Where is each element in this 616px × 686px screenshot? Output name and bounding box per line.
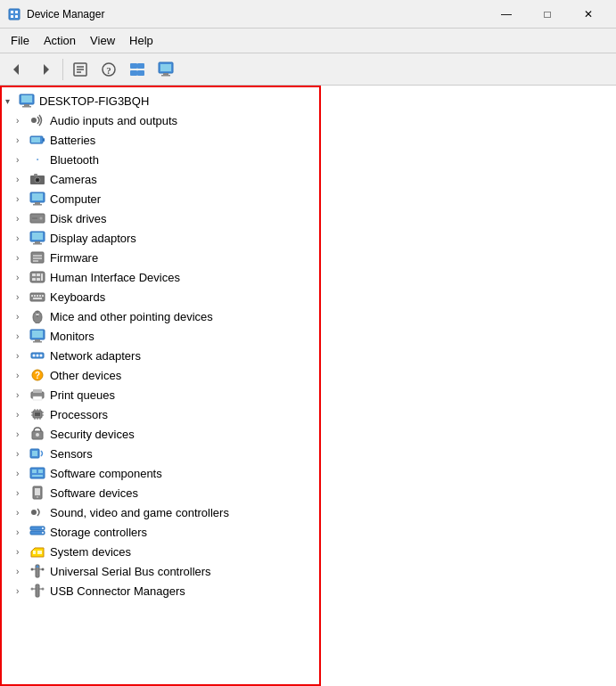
device-tree[interactable]: ▾ DESKTOP-FIG3BQH › Audio inputs and out… xyxy=(0,86,321,686)
svg-point-91 xyxy=(36,433,39,437)
device-icon xyxy=(29,583,46,599)
tree-item-batteries[interactable]: › Batteries xyxy=(2,130,319,150)
tree-item-software-components[interactable]: › Software components xyxy=(2,463,319,483)
device-label: Storage controllers xyxy=(50,526,147,539)
main-content: ▾ DESKTOP-FIG3BQH › Audio inputs and out… xyxy=(0,86,616,686)
menu-file[interactable]: File xyxy=(4,30,37,51)
tree-item-disk-drives[interactable]: › Disk drives xyxy=(2,208,319,228)
device-label: Disk drives xyxy=(50,212,107,225)
tree-item-monitors[interactable]: › Monitors xyxy=(2,326,319,346)
tree-item-display-adaptors[interactable]: › Display adaptors xyxy=(2,228,319,248)
device-label: Print queues xyxy=(50,388,115,402)
svg-rect-1 xyxy=(11,11,13,13)
expand-arrow[interactable]: › xyxy=(16,253,29,263)
monitor-button[interactable] xyxy=(152,57,179,82)
expand-arrow[interactable]: › xyxy=(16,116,29,126)
expand-arrow[interactable]: › xyxy=(16,547,29,557)
tree-item-keyboards[interactable]: › Keyboards xyxy=(2,287,319,306)
back-button[interactable] xyxy=(4,57,30,82)
expand-arrow[interactable]: › xyxy=(16,429,29,439)
tree-item-sensors[interactable]: › Sensors xyxy=(2,444,319,463)
svg-rect-68 xyxy=(33,341,42,343)
update-driver-button[interactable] xyxy=(124,57,151,82)
device-icon xyxy=(29,485,46,501)
tree-item-security-devices[interactable]: › Security devices xyxy=(2,424,319,444)
tree-item-bluetooth[interactable]: › ⬞ Bluetooth xyxy=(2,150,319,169)
expand-arrow[interactable]: › xyxy=(16,155,29,165)
expand-arrow[interactable]: › xyxy=(16,292,29,302)
maximize-button[interactable]: □ xyxy=(527,0,568,29)
tree-item-audio-inputs-and-outputs[interactable]: › Audio inputs and outputs xyxy=(2,110,319,130)
device-label: Audio inputs and outputs xyxy=(50,114,177,127)
svg-rect-54 xyxy=(41,274,43,281)
expand-arrow[interactable]: › xyxy=(16,371,29,380)
tree-item-print-queues[interactable]: › Print queues xyxy=(2,385,319,404)
help-button[interactable]: ? xyxy=(95,57,122,82)
svg-rect-52 xyxy=(32,278,36,281)
svg-rect-55 xyxy=(30,293,45,301)
tree-item-other-devices[interactable]: › ? Other devices xyxy=(2,365,319,385)
tree-item-computer[interactable]: › Computer xyxy=(2,189,319,208)
expand-arrow[interactable]: › xyxy=(16,410,29,420)
svg-rect-50 xyxy=(32,274,36,276)
close-button[interactable]: ✕ xyxy=(568,0,609,29)
expand-arrow[interactable]: › xyxy=(16,390,29,400)
expand-arrow[interactable]: › xyxy=(16,488,29,498)
tree-item-system-devices[interactable]: › System devices xyxy=(2,542,319,561)
expand-arrow[interactable]: › xyxy=(16,312,29,322)
expand-arrow[interactable]: › xyxy=(16,469,29,478)
tree-item-universal-serial-bus-controllers[interactable]: › Universal Serial Bus controllers xyxy=(2,561,319,581)
tree-item-storage-controllers[interactable]: › Storage controllers xyxy=(2,522,319,542)
tree-item-human-interface-devices[interactable]: › Human Interface Devices xyxy=(2,267,319,287)
device-label: Software components xyxy=(50,467,162,480)
tree-item-software-devices[interactable]: › Software devices xyxy=(2,483,319,502)
tree-item-usb-connector-managers[interactable]: › USB Connector Managers xyxy=(2,581,319,600)
svg-point-64 xyxy=(36,314,39,315)
expand-arrow[interactable]: › xyxy=(16,527,29,537)
tree-item-sound,-video-and-game-controllers[interactable]: › Sound, video and game controllers xyxy=(2,502,319,522)
menu-view[interactable]: View xyxy=(83,30,122,51)
toolbar-separator-1 xyxy=(62,59,63,80)
expand-arrow[interactable]: › xyxy=(16,273,29,282)
app-icon xyxy=(7,7,21,21)
expand-arrow[interactable]: › xyxy=(16,175,29,184)
device-icon xyxy=(29,543,46,559)
device-icon xyxy=(29,249,46,265)
menu-help[interactable]: Help xyxy=(122,30,160,51)
svg-rect-42 xyxy=(32,233,43,240)
expand-arrow[interactable]: › xyxy=(16,449,29,459)
tree-root-node[interactable]: ▾ DESKTOP-FIG3BQH xyxy=(2,91,319,110)
expand-arrow[interactable]: › xyxy=(16,194,29,204)
svg-rect-67 xyxy=(35,339,40,341)
expand-arrow[interactable]: › xyxy=(16,331,29,341)
tree-item-processors[interactable]: › Processors xyxy=(2,404,319,424)
expand-arrow[interactable]: › xyxy=(16,586,29,596)
svg-rect-79 xyxy=(35,412,40,416)
expand-arrow[interactable]: › xyxy=(16,135,29,145)
svg-text:⬞: ⬞ xyxy=(34,153,41,167)
svg-text:?: ? xyxy=(35,371,40,380)
expand-arrow[interactable]: › xyxy=(16,214,29,224)
device-label: Batteries xyxy=(50,134,95,147)
device-icon xyxy=(29,445,46,461)
device-icon xyxy=(29,269,46,285)
menu-action[interactable]: Action xyxy=(37,30,83,51)
tree-item-cameras[interactable]: › Cameras xyxy=(2,169,319,189)
expand-arrow[interactable]: › xyxy=(16,233,29,243)
device-icon xyxy=(29,426,46,442)
minimize-button[interactable]: — xyxy=(486,0,527,29)
svg-rect-76 xyxy=(33,389,42,393)
expand-arrow[interactable]: › xyxy=(16,567,29,576)
svg-rect-57 xyxy=(34,295,36,297)
forward-button[interactable] xyxy=(32,57,59,82)
svg-point-111 xyxy=(31,568,34,571)
expand-arrow[interactable]: › xyxy=(16,351,29,361)
tree-children: › Audio inputs and outputs › Batteries ›… xyxy=(2,110,319,600)
tree-item-firmware[interactable]: › Firmware xyxy=(2,248,319,267)
root-expand-arrow[interactable]: ▾ xyxy=(5,96,18,106)
tree-item-mice-and-other-pointing-devices[interactable]: › Mice and other pointing devices xyxy=(2,306,319,326)
window-controls[interactable]: — □ ✕ xyxy=(486,0,609,29)
tree-item-network-adapters[interactable]: › Network adapters xyxy=(2,346,319,365)
properties-button[interactable] xyxy=(67,57,94,82)
expand-arrow[interactable]: › xyxy=(16,508,29,518)
